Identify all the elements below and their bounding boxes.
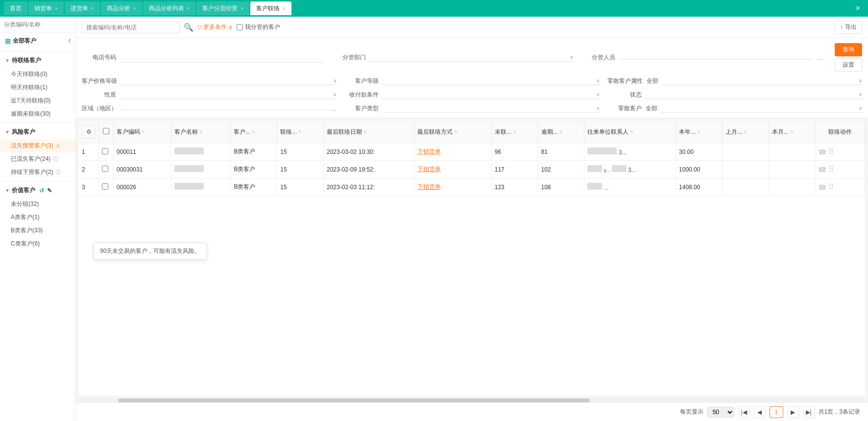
my-customers-checkbox-label[interactable]: 我分管的客户	[237, 23, 280, 31]
tab-close-icon[interactable]: ×	[91, 6, 94, 11]
last-date-sort[interactable]: 最后联络日期 ⇅	[327, 128, 411, 136]
refresh-icon[interactable]: ↺	[39, 187, 44, 194]
tab-home[interactable]: 首页	[4, 1, 27, 15]
row-checkbox[interactable]	[102, 166, 108, 172]
sidebar-item-a-class[interactable]: A类客户(1)	[0, 211, 75, 224]
region-select[interactable]	[121, 107, 326, 110]
last-contact-type-link[interactable]: 下销货单	[417, 183, 441, 190]
td-checkbox[interactable]	[99, 178, 114, 196]
customer-level-select[interactable]: ∨	[383, 76, 599, 85]
more-conditions-button[interactable]: ▽ 更多条件 ∧	[197, 23, 233, 31]
action-more-icon[interactable]: ⠿	[828, 147, 834, 156]
last-contact-type-link[interactable]: 下销货单	[417, 166, 441, 173]
action-contact-icon[interactable]: ☎	[818, 148, 826, 156]
tab-close-icon[interactable]: ×	[283, 6, 286, 11]
th-checkbox[interactable]	[99, 121, 114, 143]
horizontal-scrollbar[interactable]	[79, 398, 865, 402]
nature-select[interactable]: ∨	[120, 90, 337, 99]
my-customers-checkbox[interactable]	[237, 24, 243, 30]
td-checkbox[interactable]	[99, 161, 114, 178]
sidebar-item-today[interactable]: 今天待联络(0)	[0, 68, 75, 81]
overdue-sort[interactable]: 逾期... ⇅	[541, 128, 581, 136]
next-page-button[interactable]: ▶	[787, 406, 799, 418]
action-more-icon[interactable]: ⠿	[828, 182, 834, 192]
action-more-icon[interactable]: ⠿	[828, 165, 834, 174]
th-contact[interactable]: 联络... ⇅	[277, 121, 324, 143]
sidebar-item-overdue[interactable]: 逾期未联络(30)	[0, 107, 75, 121]
th-name[interactable]: 客户名称 ⇅	[171, 121, 231, 143]
scroll-thumb[interactable]	[118, 398, 590, 402]
sidebar-item-c-class[interactable]: C类客户(6)	[0, 237, 75, 250]
region-more-icon[interactable]: …	[330, 104, 337, 112]
settings-button[interactable]: 设置	[835, 58, 862, 72]
uncontacted-sort[interactable]: 未联... ⇅	[495, 128, 535, 136]
tab-analysis-list[interactable]: 商品分析列表 ×	[143, 1, 196, 15]
this-year-sort[interactable]: 本年... ⇅	[679, 128, 719, 136]
th-last-date[interactable]: 最后联络日期 ⇅	[324, 121, 414, 143]
tab-close-icon[interactable]: ×	[55, 6, 58, 11]
tab-close-icon[interactable]: ×	[187, 6, 190, 11]
th-category[interactable]: 客户... ⇅	[231, 121, 277, 143]
th-code[interactable]: 客户编码 ⇅	[114, 121, 171, 143]
sidebar-group-value[interactable]: ▼ 价值客户 ↺ ✎	[0, 183, 75, 198]
cat-sort[interactable]: 客户... ⇅	[234, 128, 274, 136]
zero-attr-select[interactable]: ∨	[662, 76, 862, 85]
payment-select[interactable]: ∨	[383, 90, 599, 99]
tab-purchase[interactable]: 进货单 ×	[65, 1, 100, 15]
window-close-button[interactable]: ×	[852, 4, 864, 13]
more-options-icon[interactable]: …	[816, 53, 823, 61]
th-uncontacted[interactable]: 未联... ⇅	[491, 121, 538, 143]
prev-page-button[interactable]: ◀	[754, 406, 766, 418]
sidebar-item-b-class[interactable]: B类客户(33)	[0, 224, 75, 237]
phone-input[interactable]	[120, 52, 324, 63]
last-month-sort[interactable]: 上月... ⇅	[725, 128, 766, 136]
last-type-sort[interactable]: 最后联络方式 ⇅	[417, 128, 488, 136]
tab-close-icon[interactable]: ×	[133, 6, 136, 11]
sidebar-group-pending[interactable]: ▼ 待联络客户	[0, 53, 75, 68]
dept-select[interactable]: ∨	[370, 53, 574, 62]
sidebar-root[interactable]: ⊞ 全部客户 《	[0, 33, 75, 49]
th-last-type[interactable]: 最后联络方式 ⇅	[414, 121, 491, 143]
sidebar-item-declining[interactable]: 持续下滑客户(2) ⓘ	[0, 166, 75, 179]
sidebar-item-7days[interactable]: 近7天待联络(0)	[0, 94, 75, 107]
sidebar-item-ungrouped[interactable]: 未分组(32)	[0, 198, 75, 211]
edit-icon[interactable]: ✎	[47, 187, 52, 194]
last-contact-type-link[interactable]: 下销货单	[417, 148, 441, 155]
this-month-sort[interactable]: 本月... ⇅	[772, 128, 812, 136]
tab-analysis[interactable]: 商品分析 ×	[101, 1, 142, 15]
status-select[interactable]: ∨	[646, 90, 862, 99]
th-this-year[interactable]: 本年... ⇅	[676, 121, 723, 143]
name-sort[interactable]: 客户名称 ⇅	[174, 128, 227, 136]
first-page-button[interactable]: |◀	[738, 406, 750, 418]
contact-sort[interactable]: 联络... ⇅	[280, 128, 320, 136]
action-contact-icon[interactable]: ☎	[818, 183, 826, 191]
tab-sales[interactable]: 销货单 ×	[28, 1, 64, 15]
per-page-select[interactable]: 50 100 200	[707, 407, 734, 418]
tab-close-icon[interactable]: ×	[241, 6, 243, 11]
select-all-checkbox[interactable]	[103, 128, 109, 134]
sidebar-item-tomorrow[interactable]: 明天待联络(1)	[0, 81, 75, 94]
person-select[interactable]	[619, 56, 812, 59]
type-select[interactable]: ∨	[383, 104, 599, 113]
sidebar-search-input[interactable]	[4, 21, 76, 28]
th-contact-person[interactable]: 往来单位联系人 ⇅	[584, 121, 676, 143]
price-select[interactable]: ∨	[121, 76, 337, 85]
filter-search-button[interactable]: 🔍	[184, 23, 193, 32]
sidebar-item-churn-warning[interactable]: 流失预警客户(3) ⚠	[0, 139, 75, 152]
filter-search-input[interactable]	[82, 22, 180, 33]
sidebar-group-risk[interactable]: ▼ 风险客户	[0, 125, 75, 139]
zero-customer-select[interactable]: ∨	[661, 104, 862, 113]
action-contact-icon[interactable]: ☎	[818, 166, 826, 173]
code-sort[interactable]: 客户编码 ⇅	[117, 128, 168, 136]
row-checkbox[interactable]	[102, 148, 108, 154]
contact-person-sort[interactable]: 往来单位联系人 ⇅	[587, 128, 673, 136]
td-checkbox[interactable]	[99, 143, 114, 161]
export-button[interactable]: ↑ 导出	[835, 21, 862, 34]
table-settings-icon[interactable]: ⚙	[82, 125, 96, 139]
sidebar-item-churned[interactable]: 已流失客户(24) ⓘ	[0, 152, 75, 166]
last-page-button[interactable]: ▶|	[803, 406, 815, 418]
th-last-month[interactable]: 上月... ⇅	[722, 121, 769, 143]
tab-customer-contact[interactable]: 客户联络 ×	[250, 1, 291, 15]
query-button[interactable]: 查询	[835, 43, 862, 56]
row-checkbox[interactable]	[102, 183, 108, 190]
